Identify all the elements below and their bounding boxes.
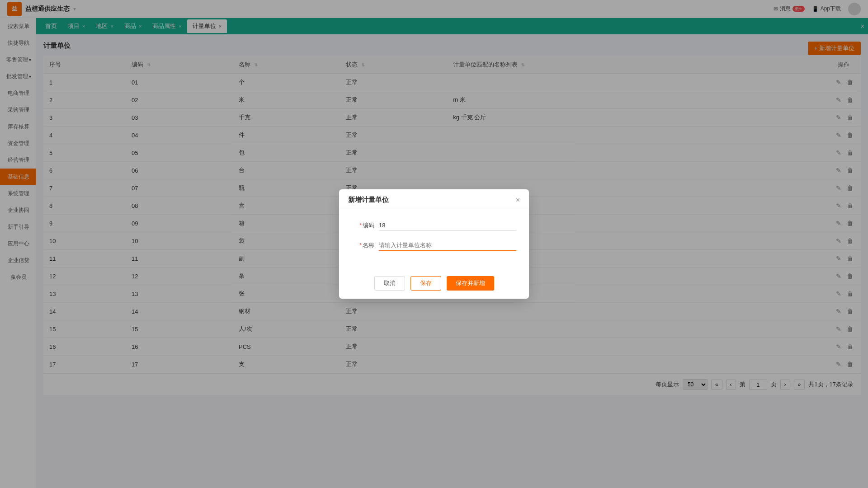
- code-field-row: *编码: [352, 220, 516, 231]
- name-input[interactable]: [379, 240, 516, 251]
- save-button[interactable]: 保存: [410, 276, 441, 291]
- modal-close-button[interactable]: ×: [516, 196, 520, 204]
- code-label: *编码: [352, 221, 374, 230]
- modal-title: 新增计量单位: [348, 196, 389, 204]
- cancel-button[interactable]: 取消: [374, 276, 405, 291]
- name-field-row: *名称: [352, 240, 516, 251]
- add-unit-modal: 新增计量单位 × *编码 *名称 取消 保存 保存并新增: [339, 189, 529, 299]
- modal-header: 新增计量单位 ×: [339, 189, 529, 209]
- modal-footer: 取消 保存 保存并新增: [339, 271, 529, 299]
- name-label: *名称: [352, 241, 374, 249]
- required-mark: *: [359, 242, 362, 249]
- save-and-new-button[interactable]: 保存并新增: [447, 276, 494, 291]
- modal-overlay[interactable]: 新增计量单位 × *编码 *名称 取消 保存 保存并新增: [0, 0, 868, 488]
- modal-body: *编码 *名称: [339, 209, 529, 271]
- required-mark: *: [359, 222, 362, 229]
- code-input[interactable]: [379, 220, 516, 231]
